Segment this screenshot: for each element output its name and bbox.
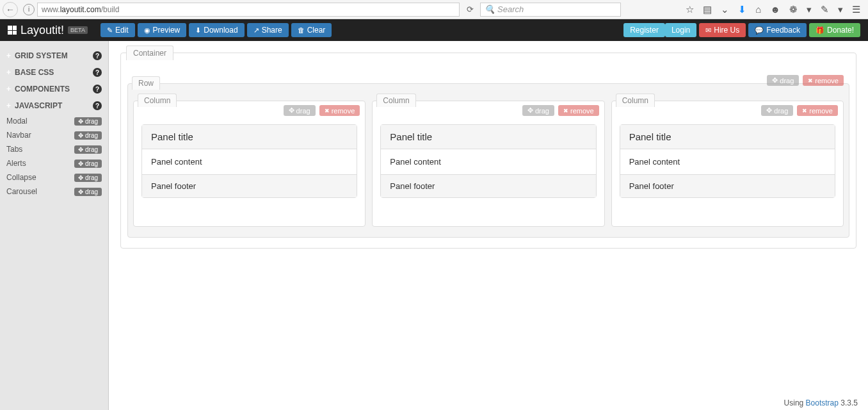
panel-title: Panel title xyxy=(142,125,357,149)
url-path: /build xyxy=(101,5,120,14)
download-button[interactable]: ⬇Download xyxy=(189,23,244,37)
dropdown-icon[interactable]: ▾ xyxy=(807,4,812,15)
col-drag[interactable]: drag xyxy=(761,105,793,116)
row-box[interactable]: Row drag remove Column drag remove Pan xyxy=(127,83,849,238)
column-box[interactable]: Column drag remove Panel title Panel con… xyxy=(372,101,604,227)
col-drag[interactable]: drag xyxy=(284,105,316,116)
sidebar-item-modal[interactable]: Modaldrag xyxy=(0,114,108,128)
drag-chip[interactable]: drag xyxy=(74,117,102,126)
eye-icon: ◉ xyxy=(144,26,150,35)
help-icon[interactable]: ? xyxy=(93,85,102,94)
register-button[interactable]: Register xyxy=(623,23,665,37)
reader-icon[interactable]: ▤ xyxy=(703,4,712,15)
sidebar-item-navbar[interactable]: Navbardrag xyxy=(0,128,108,142)
smiley-icon[interactable]: ☻ xyxy=(770,4,780,15)
help-icon[interactable]: ? xyxy=(93,68,102,77)
panel[interactable]: Panel title Panel content Panel footer xyxy=(380,124,596,198)
drag-chip[interactable]: drag xyxy=(74,145,102,154)
row-drag[interactable]: drag xyxy=(767,75,799,86)
row-remove[interactable]: remove xyxy=(803,75,844,86)
beta-badge: BETA xyxy=(68,26,88,34)
sidebar-group-grid[interactable]: +GRID SYSTEM? xyxy=(0,47,108,64)
col-drag[interactable]: drag xyxy=(522,105,554,116)
trash-icon: 🗑 xyxy=(298,26,305,34)
gift-icon: 🎁 xyxy=(816,26,824,35)
sidebar-group-components[interactable]: +COMPONENTS? xyxy=(0,81,108,97)
plus-icon: + xyxy=(6,68,11,77)
reload-icon[interactable]: ⟳ xyxy=(462,4,478,14)
col-remove[interactable]: remove xyxy=(797,105,838,116)
sidebar-group-javascript[interactable]: +JAVASCRIPT? xyxy=(0,97,108,114)
site-info-icon[interactable]: i xyxy=(23,4,35,15)
panel-footer: Panel footer xyxy=(142,174,357,197)
bootstrap-link[interactable]: Bootstrap xyxy=(806,398,839,407)
menu-icon[interactable]: ☰ xyxy=(852,4,860,15)
mail-icon: ✉ xyxy=(705,26,711,35)
search-input[interactable]: 🔍 Search xyxy=(480,3,621,17)
footer-note: Using Bootstrap 3.3.5 xyxy=(784,398,858,407)
app-logo[interactable]: Layoutit! BETA xyxy=(8,24,88,37)
sidebar-item-carousel[interactable]: Carouseldrag xyxy=(0,184,108,199)
grid-icon xyxy=(8,26,17,35)
dropdown2-icon[interactable]: ▾ xyxy=(838,4,843,15)
panel-content: Panel content xyxy=(142,149,357,174)
download-icon: ⬇ xyxy=(195,26,201,35)
plus-icon: + xyxy=(6,51,11,60)
bookmark-icon[interactable]: ☆ xyxy=(686,4,694,15)
share-button[interactable]: ↗Share xyxy=(247,23,289,37)
url-bar[interactable]: www.layoutit.com/build xyxy=(37,3,460,17)
donate-button[interactable]: 🎁Donate! xyxy=(809,23,860,37)
pocket-icon[interactable]: ⌄ xyxy=(721,4,729,15)
panel[interactable]: Panel title Panel content Panel footer xyxy=(620,124,835,198)
column-box[interactable]: Column drag remove Panel title Panel con… xyxy=(611,101,844,227)
comment-icon: 💬 xyxy=(755,26,764,35)
col-remove[interactable]: remove xyxy=(319,105,360,116)
panel-content: Panel content xyxy=(381,149,595,174)
row-tab[interactable]: Row xyxy=(132,76,160,90)
clear-button[interactable]: 🗑Clear xyxy=(291,23,332,37)
puzzle-icon[interactable]: ❁ xyxy=(789,4,798,15)
search-icon: 🔍 xyxy=(485,4,495,14)
plus-icon: + xyxy=(6,101,11,110)
app-name: Layoutit! xyxy=(20,24,64,37)
column-tab[interactable]: Column xyxy=(138,94,177,107)
drag-chip[interactable]: drag xyxy=(74,131,102,140)
wand-icon[interactable]: ✎ xyxy=(821,4,829,15)
sidebar-item-tabs[interactable]: Tabsdrag xyxy=(0,142,108,156)
plus-icon: + xyxy=(6,85,11,94)
panel-content: Panel content xyxy=(620,149,835,174)
downloads-icon[interactable]: ⬇ xyxy=(738,4,746,15)
browser-toolbar: ← i www.layoutit.com/build ⟳ 🔍 Search ☆ … xyxy=(0,0,868,19)
preview-button[interactable]: ◉Preview xyxy=(138,23,187,37)
edit-button[interactable]: ✎Edit xyxy=(100,23,135,37)
container-box[interactable]: Container Row drag remove Column drag re… xyxy=(120,53,856,249)
sidebar-item-collapse[interactable]: Collapsedrag xyxy=(0,170,108,184)
sidebar-item-alerts[interactable]: Alertsdrag xyxy=(0,156,108,170)
help-icon[interactable]: ? xyxy=(93,51,102,60)
builder-canvas: Container Row drag remove Column drag re… xyxy=(109,41,868,410)
url-prefix: www. xyxy=(42,5,60,14)
edit-icon: ✎ xyxy=(107,26,113,35)
panel-footer: Panel footer xyxy=(620,174,835,197)
column-box[interactable]: Column drag remove Panel title Panel con… xyxy=(133,101,366,227)
feedback-button[interactable]: 💬Feedback xyxy=(748,23,807,37)
column-tab[interactable]: Column xyxy=(376,94,415,107)
login-button[interactable]: Login xyxy=(665,23,696,37)
panel[interactable]: Panel title Panel content Panel footer xyxy=(141,124,357,198)
url-host: layoutit.com xyxy=(60,5,101,14)
container-tab[interactable]: Container xyxy=(126,45,173,60)
sidebar-group-basecss[interactable]: +BASE CSS? xyxy=(0,64,108,81)
panel-title: Panel title xyxy=(381,125,595,149)
drag-chip[interactable]: drag xyxy=(74,188,102,196)
back-button[interactable]: ← xyxy=(3,2,18,17)
browser-icons: ☆ ▤ ⌄ ⬇ ⌂ ☻ ❁ ▾ ✎ ▾ ☰ xyxy=(623,4,865,15)
col-remove[interactable]: remove xyxy=(558,105,599,116)
column-tab[interactable]: Column xyxy=(616,94,655,107)
help-icon[interactable]: ? xyxy=(93,101,102,110)
hireus-button[interactable]: ✉Hire Us xyxy=(699,23,746,37)
home-icon[interactable]: ⌂ xyxy=(755,4,761,15)
drag-chip[interactable]: drag xyxy=(74,160,102,168)
drag-chip[interactable]: drag xyxy=(74,174,102,182)
share-icon: ↗ xyxy=(253,26,259,35)
panel-title: Panel title xyxy=(620,125,835,149)
